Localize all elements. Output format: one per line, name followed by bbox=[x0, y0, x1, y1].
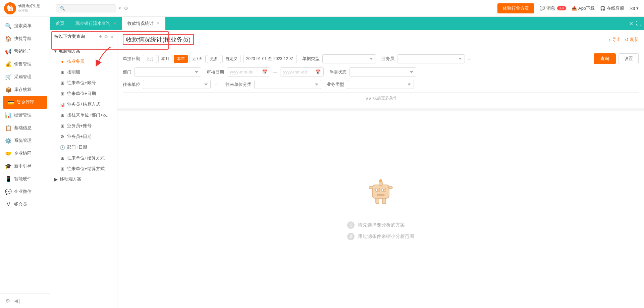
sidebar-item-operation[interactable]: 📊 经营管理 bbox=[0, 109, 50, 121]
export-button[interactable]: ↑ 导出 bbox=[609, 37, 621, 43]
topbar-search-box[interactable]: 🔍 bbox=[56, 4, 116, 12]
tab-collect[interactable]: 收款情况统计 ✕ bbox=[122, 17, 165, 30]
sidebar-item-enterprise[interactable]: 🤝 企业协同 bbox=[0, 147, 50, 160]
member-icon: V bbox=[5, 201, 11, 207]
sidebar-label-quicknav: 快捷导航 bbox=[14, 36, 32, 42]
close-window-icon[interactable]: ✕ bbox=[629, 20, 633, 27]
online-service-label: 在线客服 bbox=[607, 5, 624, 11]
tab-bank-close-icon[interactable]: ✕ bbox=[113, 21, 116, 26]
unit-settle1-icon: ⊞ bbox=[60, 155, 65, 161]
sidebar-item-quicknav[interactable]: 🏠 快捷导航 bbox=[0, 32, 50, 45]
sidebar: 畅 畅捷通好生意 标准版 🔍 搜索菜单 🏠 快捷导航 📢 营销推广 💰 销售管理… bbox=[0, 0, 50, 308]
doc-status-select[interactable] bbox=[349, 67, 416, 76]
scheme-item-dept-date[interactable]: 🕐 部门+日期 bbox=[50, 142, 117, 153]
counterpart-category-select[interactable] bbox=[254, 80, 321, 89]
trial-button[interactable]: 体验行业方案 bbox=[497, 3, 534, 13]
doctype-select[interactable] bbox=[322, 54, 376, 63]
query-button[interactable]: 查询 bbox=[594, 53, 616, 64]
scheme-group-pc-header[interactable]: ▾ 电脑端方案 bbox=[50, 46, 117, 56]
collapse-bar[interactable]: ∧∧ 收起更多条件 bbox=[123, 92, 639, 104]
sidebar-settings-icon[interactable]: ⚙ bbox=[5, 298, 10, 304]
date-btn-more[interactable]: 更多 bbox=[207, 55, 221, 63]
date-btn-this-year[interactable]: 本年 bbox=[174, 55, 188, 63]
refresh-button[interactable]: ↺ 刷新 bbox=[625, 37, 639, 43]
calendar-icon-end: 📅 bbox=[315, 69, 321, 74]
scheme-add-icon[interactable]: + bbox=[99, 34, 102, 40]
sidebar-collapse-icon[interactable]: ◀‖ bbox=[14, 298, 21, 304]
tab-home[interactable]: 首页 bbox=[50, 17, 70, 30]
sidebar-item-inventory[interactable]: 📦 库存核算 bbox=[0, 83, 50, 96]
sales-settle-icon: 📊 bbox=[60, 102, 65, 107]
scheme-item-by-salesperson[interactable]: ● 按业务员 bbox=[50, 56, 117, 67]
scheme-item-sales-account[interactable]: ⊞ 业务员+账号 bbox=[50, 120, 117, 131]
counterpart-more-icon[interactable]: ··· bbox=[213, 82, 220, 87]
topbar-dropdown-icon[interactable]: ▾ bbox=[119, 6, 121, 11]
scheme-collapse-icon[interactable]: « bbox=[110, 34, 113, 39]
scheme-item-by-detail[interactable]: ⊞ 按明细 bbox=[50, 67, 117, 78]
settings-button[interactable]: 设置 bbox=[619, 53, 639, 64]
business-type-select[interactable] bbox=[347, 80, 414, 89]
counterpart-category-label: 往来单位分类 bbox=[225, 82, 252, 88]
sidebar-item-search[interactable]: 🔍 搜索菜单 bbox=[0, 19, 50, 32]
sidebar-item-newguide[interactable]: 🎓 新手引导 bbox=[0, 160, 50, 172]
message-label: 消息 bbox=[546, 5, 555, 11]
svg-point-4 bbox=[383, 189, 385, 191]
dept-select[interactable] bbox=[134, 67, 201, 76]
scheme-item-unit-dept[interactable]: ⊞ 按往来单位+部门+收... bbox=[50, 110, 117, 120]
date-btn-this-month[interactable]: 本月 bbox=[158, 55, 172, 63]
filter-doc-status-item: 单据状态 bbox=[329, 67, 416, 76]
sidebar-item-smarthw[interactable]: 📱 智能硬件 bbox=[0, 172, 50, 185]
expand-window-icon[interactable]: ⛶ bbox=[636, 20, 641, 27]
sidebar-item-basicinfo[interactable]: 📋 基础信息 bbox=[0, 121, 50, 134]
scheme-settings-icon[interactable]: ⚙ bbox=[104, 34, 108, 39]
collapse-chevron-icon: ∧∧ bbox=[366, 96, 372, 101]
tab-collect-close-icon[interactable]: ✕ bbox=[156, 21, 160, 26]
message-button[interactable]: 💬 消息 99+ bbox=[540, 5, 566, 11]
scheme-item-unit-date[interactable]: ⊞ 往来单位+日期 bbox=[50, 88, 117, 99]
date-btn-last-month[interactable]: 上月 bbox=[143, 55, 157, 63]
app-download-button[interactable]: 📥 App下载 bbox=[572, 5, 595, 11]
sidebar-item-system[interactable]: ⚙️ 系统管理 bbox=[0, 134, 50, 147]
date-btn-custom[interactable]: 自定义 bbox=[222, 55, 240, 63]
sidebar-item-finance[interactable]: 💳 资金管理 bbox=[3, 96, 47, 109]
sidebar-item-sales[interactable]: 💰 销售管理 bbox=[0, 58, 50, 70]
scheme-item-unit-settle1[interactable]: ⊞ 往来单位+结算方式 bbox=[50, 153, 117, 163]
tabbar-actions: ✕ ⛶ bbox=[629, 20, 644, 27]
scheme-item-label-detail: 按明细 bbox=[67, 69, 80, 75]
counterpart-input[interactable] bbox=[143, 80, 211, 89]
date-btn-last7[interactable]: 近7天 bbox=[189, 55, 206, 63]
user-avatar[interactable]: Rit ▾ bbox=[630, 6, 639, 11]
scheme-group-mobile-header[interactable]: ▶ 移动端方案 bbox=[50, 174, 117, 184]
topbar-right: 体验行业方案 💬 消息 99+ 📥 App下载 🎧 在线客服 Rit ▾ bbox=[497, 3, 639, 13]
sidebar-label-purchase: 采购管理 bbox=[14, 74, 32, 80]
scheme-item-label-unit-date: 往来单位+日期 bbox=[67, 91, 96, 97]
scheme-item-unit-settle2[interactable]: ⊞ 往来单位+结算方式 bbox=[50, 163, 117, 174]
salesperson-more-icon[interactable]: ··· bbox=[468, 56, 471, 61]
filter-row-3: 往来单位 ··· 往来单位分类 业务类型 bbox=[123, 80, 639, 89]
review-date-end[interactable]: yyyy-mm-dd 📅 bbox=[280, 67, 324, 76]
sales-date-icon: ⚙ bbox=[60, 134, 65, 139]
scheme-item-label-dept-date: 部门+日期 bbox=[67, 144, 87, 150]
sidebar-item-marketing[interactable]: 📢 营销推广 bbox=[0, 45, 50, 58]
filter-business-type-item: 业务类型 bbox=[327, 80, 414, 89]
sidebar-label-wechat: 企业微信 bbox=[14, 189, 32, 195]
sidebar-item-member[interactable]: V 畅会员 bbox=[0, 198, 50, 211]
date-range-display: 2023-01-01 至 2023-12-31 bbox=[243, 55, 297, 63]
salesperson-input[interactable] bbox=[397, 54, 465, 63]
review-date-start[interactable]: yyyy-mm-dd 📅 bbox=[227, 67, 270, 76]
scheme-item-sales-settle[interactable]: 📊 业务员+结算方式 bbox=[50, 99, 117, 110]
sidebar-item-purchase[interactable]: 🛒 采购管理 bbox=[0, 70, 50, 83]
home-icon: 🏠 bbox=[5, 36, 11, 42]
scheme-item-unit-account[interactable]: ⊞ 往来单位+账号 bbox=[50, 78, 117, 88]
page-title: 收款情况统计(按业务员) bbox=[123, 34, 194, 45]
online-service-button[interactable]: 🎧 在线客服 bbox=[600, 5, 624, 11]
finance-icon: 💳 bbox=[8, 99, 14, 105]
app-logo: 畅 畅捷通好生意 标准版 bbox=[0, 0, 50, 17]
basicinfo-icon: 📋 bbox=[5, 125, 11, 131]
scheme-panel-title: 按以下方案查询 bbox=[54, 34, 85, 40]
topbar-settings-icon[interactable]: ⚙ bbox=[124, 5, 128, 11]
wechat-icon: 💬 bbox=[5, 189, 11, 195]
tab-bank[interactable]: 现金银行流水查询 ✕ bbox=[70, 17, 122, 30]
sidebar-item-wechat[interactable]: 💬 企业微信 bbox=[0, 185, 50, 198]
scheme-item-sales-date[interactable]: ⚙ 业务员+日期 bbox=[50, 131, 117, 142]
